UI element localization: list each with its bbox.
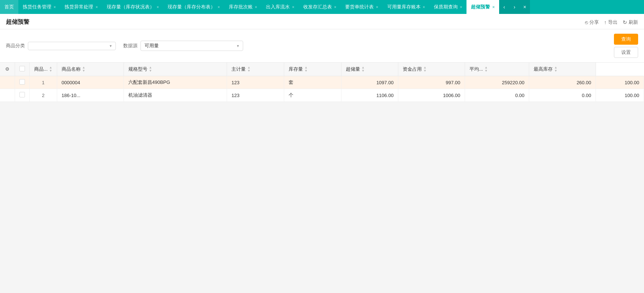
nav-stock-dist[interactable]: 现存量（库存分布表） × — [163, 0, 224, 14]
datasource-select-value: 可用量 — [144, 42, 159, 49]
category-dropdown-icon: ▾ — [110, 44, 112, 48]
col-header-unit[interactable]: 主计量 ▲▼ — [227, 63, 284, 76]
datasource-filter-group: 数据源 可用量 ▾ — [123, 41, 243, 51]
close-expiry-icon[interactable]: × — [460, 5, 462, 9]
col-header-product-code[interactable]: 商品... ▲▼ — [30, 63, 57, 76]
sort-capital-icon[interactable]: ▲▼ — [423, 66, 427, 73]
row-avg: 0.00 — [529, 89, 596, 102]
row-index: 1 — [30, 76, 57, 89]
datasource-label: 数据源 — [123, 42, 138, 49]
row-product-name: 机油滤清器 — [124, 89, 227, 102]
refresh-icon: ↻ — [623, 19, 627, 25]
row-product-name: 六配套新昌490BPG — [124, 76, 227, 89]
export-button[interactable]: ↑ 导出 — [604, 19, 618, 26]
page-title: 超储预警 — [6, 18, 29, 26]
row-product-code: 0000004 — [57, 76, 124, 89]
nav-pick-exception[interactable]: 拣货异常处理 × — [60, 0, 102, 14]
category-filter-group: 商品分类 ▾ — [6, 42, 116, 50]
table-row: 2 186-10... 机油滤清器 123 个 1106.00 1006.00 … — [0, 89, 644, 102]
sort-product-name-icon[interactable]: ▲▼ — [82, 66, 85, 73]
col-header-avg[interactable]: 平均... ▲▼ — [465, 63, 529, 76]
row-capital: 0.00 — [465, 89, 529, 102]
row-index: 2 — [30, 89, 57, 102]
table-area: ⚙ 商品... ▲▼ 商品名称 ▲▼ — [0, 63, 644, 102]
row-max-stock: 100.00 — [596, 76, 644, 89]
nav-stock-status[interactable]: 现存量（库存状况表） × — [102, 0, 163, 14]
filter-area: 商品分类 ▾ 数据源 可用量 ▾ 查询 设置 — [0, 29, 644, 63]
close-summary-icon[interactable]: × — [334, 5, 336, 9]
nav-home[interactable]: 首页 — [0, 0, 18, 14]
row-checkbox-cell — [15, 89, 30, 102]
share-button[interactable]: ⎋ 分享 — [585, 19, 599, 26]
close-overstock-icon[interactable]: × — [492, 5, 494, 9]
sort-unit-icon[interactable]: ▲▼ — [247, 66, 250, 73]
row-checkbox-cell — [15, 76, 30, 89]
nav-summary[interactable]: 收发存汇总表 × — [299, 0, 341, 14]
col-header-overstock[interactable]: 超储量 ▲▼ — [341, 63, 398, 76]
col-header-checkbox — [15, 63, 30, 76]
close-stock-status-icon[interactable]: × — [157, 5, 159, 9]
datasource-dropdown-icon: ▾ — [237, 44, 239, 48]
col-header-settings: ⚙ — [0, 63, 15, 76]
row-checkbox[interactable] — [19, 92, 25, 97]
query-button[interactable]: 查询 — [614, 34, 638, 45]
nav-demand[interactable]: 要货单统计表 × — [341, 0, 383, 14]
col-header-capital[interactable]: 资金占用 ▲▼ — [398, 63, 465, 76]
nav-available[interactable]: 可用量库存账本 × — [383, 0, 429, 14]
data-table: ⚙ 商品... ▲▼ 商品名称 ▲▼ — [0, 63, 644, 102]
nav-next-arrow[interactable]: › — [509, 0, 520, 14]
sort-avg-icon[interactable]: ▲▼ — [484, 66, 488, 73]
col-header-product-name[interactable]: 商品名称 ▲▼ — [57, 63, 124, 76]
row-max-stock: 100.00 — [596, 89, 644, 102]
datasource-select[interactable]: 可用量 ▾ — [140, 41, 243, 51]
sort-overstock-icon[interactable]: ▲▼ — [362, 66, 365, 73]
row-unit: 套 — [284, 76, 341, 89]
nav-expiry[interactable]: 保质期查询 × — [429, 0, 466, 14]
refresh-button[interactable]: ↻ 刷新 — [623, 19, 638, 26]
close-flow-icon[interactable]: × — [292, 5, 294, 9]
row-product-code: 186-10... — [57, 89, 124, 102]
row-checkbox[interactable] — [19, 79, 25, 85]
row-spec: 123 — [227, 89, 284, 102]
sort-spec-icon[interactable]: ▲▼ — [149, 66, 152, 73]
row-stock: 1106.00 — [341, 89, 398, 102]
close-demand-icon[interactable]: × — [376, 5, 378, 9]
close-batch-icon[interactable]: × — [255, 5, 257, 9]
row-avg: 260.00 — [529, 76, 596, 89]
category-label: 商品分类 — [6, 42, 25, 49]
share-icon: ⎋ — [585, 19, 588, 25]
nav-batch[interactable]: 库存批次账 × — [224, 0, 261, 14]
close-pick-task-icon[interactable]: × — [54, 5, 56, 9]
close-available-icon[interactable]: × — [423, 5, 425, 9]
nav-prev-arrow[interactable]: ‹ — [499, 0, 509, 14]
table-row: 1 0000004 六配套新昌490BPG 123 套 1097.00 997.… — [0, 76, 644, 89]
table-header-row: ⚙ 商品... ▲▼ 商品名称 ▲▼ — [0, 63, 644, 76]
row-settings-cell — [0, 76, 15, 89]
col-header-spec[interactable]: 规格型号 ▲▼ — [124, 63, 227, 76]
sort-stock-icon[interactable]: ▲▼ — [304, 66, 308, 73]
col-header-stock[interactable]: 库存量 ▲▼ — [284, 63, 341, 76]
row-spec: 123 — [227, 76, 284, 89]
sort-product-code-icon[interactable]: ▲▼ — [49, 66, 52, 73]
header-actions: ⎋ 分享 ↑ 导出 ↻ 刷新 — [585, 19, 638, 26]
nav-overstock[interactable]: 超储预警 × — [466, 0, 499, 14]
table-body: 1 0000004 六配套新昌490BPG 123 套 1097.00 997.… — [0, 76, 644, 102]
row-overstock: 997.00 — [398, 76, 465, 89]
nav-pick-task[interactable]: 拣货任务管理 × — [18, 0, 60, 14]
nav-close-arrow[interactable]: × — [520, 0, 530, 14]
row-unit: 个 — [284, 89, 341, 102]
col-header-max-stock[interactable]: 最高库存 ▲▼ — [529, 63, 596, 76]
row-overstock: 1006.00 — [398, 89, 465, 102]
close-stock-dist-icon[interactable]: × — [217, 5, 220, 9]
category-select[interactable]: ▾ — [28, 42, 116, 50]
row-capital: 259220.00 — [465, 76, 529, 89]
nav-flow[interactable]: 出入库流水 × — [261, 0, 299, 14]
gear-icon[interactable]: ⚙ — [4, 66, 10, 72]
select-all-checkbox[interactable] — [19, 66, 25, 71]
close-pick-exception-icon[interactable]: × — [95, 5, 98, 9]
nav-bar: 首页 拣货任务管理 × 拣货异常处理 × 现存量（库存状况表） × 现存量（库存… — [0, 0, 644, 14]
sort-max-stock-icon[interactable]: ▲▼ — [554, 66, 557, 73]
settings-button[interactable]: 设置 — [614, 47, 638, 58]
row-settings-cell — [0, 89, 15, 102]
export-icon: ↑ — [604, 19, 607, 25]
